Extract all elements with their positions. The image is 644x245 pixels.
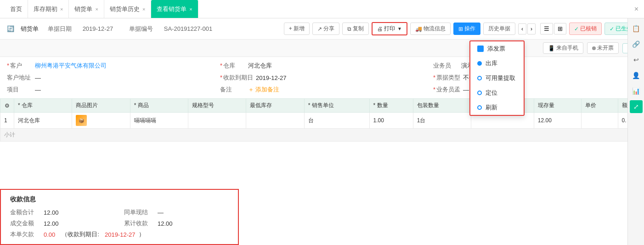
nav-arrows: ‹ › (518, 23, 536, 34)
salesperson-value: — (463, 86, 469, 93)
tab-close-history[interactable]: × (142, 6, 145, 12)
col-product-img: 商品图片 (72, 99, 130, 113)
sidebar-doc-icon[interactable]: 📋 (630, 22, 643, 35)
locate-icon (477, 91, 482, 95)
from-mobile-button[interactable]: 📱 来自手机 (543, 42, 583, 54)
dropdown-available-qty[interactable]: 可用量提取 (470, 71, 524, 85)
logistics-button[interactable]: 🚚 物流信息 (410, 23, 451, 35)
tab-close-sales[interactable]: × (95, 6, 98, 12)
row-warehouse: 河北仓库 (14, 113, 72, 129)
payment-grid: 金额合计 12.00 同单现结 — 成交金额 12.00 累计收款 12.00 … (10, 208, 229, 239)
operate-button[interactable]: ⊞ 操作 (453, 23, 480, 35)
tab-view-sales[interactable]: 查看销货单 × (151, 0, 198, 18)
doc-number-label: 单据编号 SA-20191227-001 (129, 25, 219, 33)
tab-close-view[interactable]: × (189, 6, 192, 12)
copy-button[interactable]: ⧉ 复制 (342, 23, 369, 35)
sidebar-chart-icon[interactable]: 📊 (630, 85, 643, 97)
total-amount-value: 12.00 (44, 209, 59, 216)
grid-view-button[interactable]: ⊞ (554, 23, 566, 34)
col-sales-unit: * 销售单位 (304, 99, 369, 113)
row-pack-qty: 1台 (413, 113, 471, 129)
add-button[interactable]: + 新增 (284, 23, 310, 35)
doc-type-icon: 🔄 (7, 25, 14, 32)
view-toggle: ☰ ⊞ (540, 23, 566, 34)
tab-home[interactable]: 首页 (5, 0, 28, 18)
right-sidebar: 📋 🔗 ↩ 👤 📊 ⤢ (627, 18, 644, 245)
dropdown-refresh[interactable]: 刷新 (470, 100, 524, 115)
global-close-button[interactable]: × (634, 5, 638, 13)
total-amount-label: 金额合计 (10, 208, 40, 217)
tab-bar: 首页 库存期初 × 销货单 × 销货单历史 × 查看销货单 × × (0, 0, 644, 18)
col-spec: 规格型号 (188, 99, 246, 113)
col-stock: 现存量 (534, 99, 581, 113)
project-value: — (35, 86, 41, 93)
owed-note: （收款到期日: (62, 230, 99, 239)
subtotal-row: 小计 (0, 129, 644, 142)
row-spec (188, 113, 246, 129)
sidebar-link-icon[interactable]: 🔗 (630, 38, 643, 51)
next-button[interactable]: › (527, 23, 536, 34)
print-button[interactable]: 🖨 打印 ▼ (372, 22, 407, 35)
plus-icon: ＋ (248, 85, 254, 94)
owed-label: 本单欠款 (10, 230, 40, 239)
total-amount-row: 金额合计 12.00 (10, 208, 115, 217)
tab-inventory-init[interactable]: 库存期初 × (28, 0, 69, 18)
share-button[interactable]: ↗ 分享 (312, 23, 339, 35)
same-order-value: — (158, 209, 164, 216)
history-button[interactable]: 历史单据 (483, 23, 515, 35)
customer-value[interactable]: 柳州粤港平安气体有限公司 (35, 62, 107, 70)
col-qty: * 数量 (369, 99, 413, 113)
sub-action-bar: 📱 来自手机 未开票 ✓ (0, 40, 644, 57)
add-invoice-icon (477, 46, 484, 52)
dropdown-locate[interactable]: 定位 (470, 85, 524, 100)
note-row: 备注 ＋ 添加备注 (220, 85, 424, 94)
table-row: 1 河北仓库 📦 嗝嗝嗝嗝 台 1.00 1台 12.00 (0, 113, 644, 129)
doc-type-label: 销货单 (21, 25, 39, 33)
check-circle-icon: ✓ (574, 26, 579, 32)
deal-amount-label: 成交金额 (10, 219, 40, 228)
sidebar-user-icon[interactable]: 👤 (630, 69, 643, 82)
cumulative-row: 累计收款 12.00 (124, 219, 229, 228)
payment-date-value: 2019-12-27 (256, 74, 287, 81)
sidebar-expand-icon[interactable]: ⤢ (630, 100, 643, 113)
ticket-row: *票据类型 不开票 (433, 74, 637, 82)
doc-number-value: SA-20191227-001 (164, 25, 213, 32)
dropdown-outbound[interactable]: 出库 (470, 56, 524, 71)
col-settings[interactable]: ⚙ (0, 99, 14, 113)
owed-note-end: ） (139, 230, 145, 239)
row-index: 1 (0, 113, 14, 129)
row-sales-unit: 台 (304, 113, 369, 129)
prev-button[interactable]: ‹ (518, 23, 526, 34)
list-view-button[interactable]: ☰ (540, 23, 553, 34)
deal-amount-row: 成交金额 12.00 (10, 219, 115, 228)
table-section: ⚙ * 仓库 商品图片 * 商品 规格型号 最低库存 * 销售单位 * 数量 包… (0, 98, 644, 142)
same-order-label: 同单现结 (124, 208, 154, 217)
project-row: 项目 — (7, 85, 211, 94)
staff-row: 业务员 演示账号 (433, 62, 637, 70)
sidebar-undo-icon[interactable]: ↩ (630, 53, 643, 66)
order-table: ⚙ * 仓库 商品图片 * 商品 规格型号 最低库存 * 销售单位 * 数量 包… (0, 98, 644, 142)
row-product: 嗝嗝嗝嗝 (130, 113, 188, 129)
logistics-icon: 🚚 (415, 26, 422, 32)
payment-title: 收款信息 (10, 195, 229, 204)
col-warehouse: * 仓库 (14, 99, 72, 113)
row-stock: 12.00 (534, 113, 581, 129)
payment-section: 收款信息 金额合计 12.00 同单现结 — 成交金额 12.00 累计收款 1… (0, 189, 239, 245)
same-order-row: 同单现结 — (124, 208, 229, 217)
not-open-button[interactable]: 未开票 (587, 42, 619, 54)
outbound-icon (477, 61, 482, 66)
print-dropdown-icon: ▼ (397, 26, 402, 31)
col-min-stock: 最低库存 (246, 99, 304, 113)
row-price (581, 113, 618, 129)
owed-value: 0.00 (44, 231, 55, 238)
sold-out-button[interactable]: ✓ 已核销 (569, 23, 602, 35)
print-icon: 🖨 (377, 26, 383, 32)
tab-sales-history[interactable]: 销货单历史 × (104, 0, 151, 18)
owed-row: 本单欠款 0.00 （收款到期日: 2019-12-27 ） (10, 230, 229, 239)
tab-close-inventory[interactable]: × (60, 6, 63, 12)
dropdown-add-invoice[interactable]: 添发票 (470, 41, 524, 56)
copy-icon: ⧉ (347, 26, 351, 32)
tab-sales-order[interactable]: 销货单 × (69, 0, 104, 18)
share-icon: ↗ (317, 26, 322, 32)
add-note-button[interactable]: ＋ 添加备注 (248, 85, 279, 94)
